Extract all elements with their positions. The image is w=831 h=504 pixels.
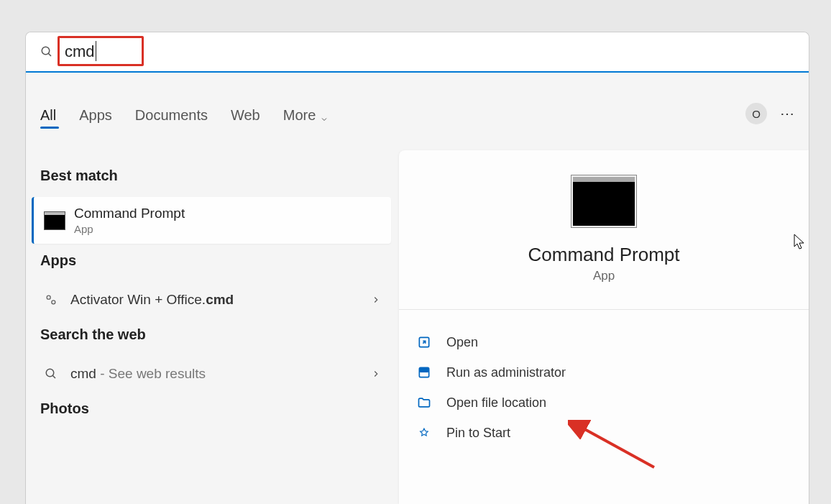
best-match-subtitle: App xyxy=(74,223,185,235)
apps-row-bold: cmd xyxy=(206,292,234,307)
preview-icon-frame xyxy=(571,175,637,228)
folder-icon xyxy=(416,395,432,411)
action-open[interactable]: Open xyxy=(413,327,794,357)
svg-line-1 xyxy=(48,53,51,56)
photos-heading: Photos xyxy=(32,392,391,430)
gear-icon xyxy=(42,290,60,309)
web-row-term: cmd xyxy=(70,366,96,381)
search-tabs: All Apps Documents Web More O ⋯ xyxy=(40,97,794,133)
start-search-panel: All Apps Documents Web More O ⋯ Best mat… xyxy=(25,32,809,504)
web-result-row[interactable]: cmd - See web results xyxy=(32,356,391,392)
shield-icon xyxy=(416,365,432,380)
tab-more-label: More xyxy=(283,107,316,124)
search-bar xyxy=(26,32,809,73)
action-pin-start[interactable]: Pin to Start xyxy=(413,418,794,448)
svg-point-3 xyxy=(52,301,55,304)
action-open-location[interactable]: Open file location xyxy=(413,388,794,418)
chevron-right-icon xyxy=(371,295,381,305)
preview-actions: Open Run as administrator Open file loca… xyxy=(399,309,809,448)
web-heading: Search the web xyxy=(32,318,391,356)
preview-panel: Command Prompt App Open Run as administr… xyxy=(399,150,809,504)
search-input-wrap xyxy=(65,42,208,61)
apps-result-row[interactable]: Activator Win + Office.cmd xyxy=(32,282,391,318)
preview-title: Command Prompt xyxy=(399,244,809,266)
cmd-icon xyxy=(44,211,65,230)
more-options-icon[interactable]: ⋯ xyxy=(780,105,794,122)
apps-row-prefix: Activator Win + Office. xyxy=(70,292,206,307)
best-match-title: Command Prompt xyxy=(74,206,185,221)
chevron-right-icon xyxy=(371,369,381,379)
results-column: Best match Command Prompt App Apps Activ… xyxy=(32,159,391,430)
tab-apps[interactable]: Apps xyxy=(79,97,112,133)
open-icon xyxy=(416,334,432,350)
best-match-heading: Best match xyxy=(32,159,391,197)
cmd-icon xyxy=(573,177,635,226)
tab-web[interactable]: Web xyxy=(231,97,260,133)
chevron-down-icon xyxy=(320,111,329,119)
svg-point-2 xyxy=(47,295,50,299)
avatar[interactable]: O xyxy=(745,103,767,124)
tab-more[interactable]: More xyxy=(283,97,329,133)
search-icon xyxy=(40,45,53,58)
action-run-admin[interactable]: Run as administrator xyxy=(413,357,794,388)
apps-row-text: Activator Win + Office.cmd xyxy=(70,292,234,308)
text-caret xyxy=(96,41,96,61)
search-icon xyxy=(42,365,60,383)
action-open-label: Open xyxy=(446,335,478,350)
cursor-icon xyxy=(794,234,807,251)
action-open-location-label: Open file location xyxy=(446,395,546,411)
svg-line-5 xyxy=(52,375,55,378)
search-input[interactable] xyxy=(65,42,208,61)
svg-point-0 xyxy=(42,47,50,55)
action-pin-start-label: Pin to Start xyxy=(446,426,510,441)
pin-icon xyxy=(416,425,432,441)
tab-all[interactable]: All xyxy=(40,97,56,133)
action-run-admin-label: Run as administrator xyxy=(446,365,566,380)
tab-documents[interactable]: Documents xyxy=(135,97,208,133)
svg-point-4 xyxy=(46,369,54,377)
preview-subtitle: App xyxy=(399,269,809,283)
web-row-suffix: - See web results xyxy=(96,366,206,381)
apps-heading: Apps xyxy=(32,244,391,282)
header-right-controls: O ⋯ xyxy=(745,103,794,124)
web-row-text: cmd - See web results xyxy=(70,366,206,382)
best-match-text: Command Prompt App xyxy=(74,206,185,235)
svg-rect-8 xyxy=(419,367,428,372)
best-match-item[interactable]: Command Prompt App xyxy=(32,197,391,244)
